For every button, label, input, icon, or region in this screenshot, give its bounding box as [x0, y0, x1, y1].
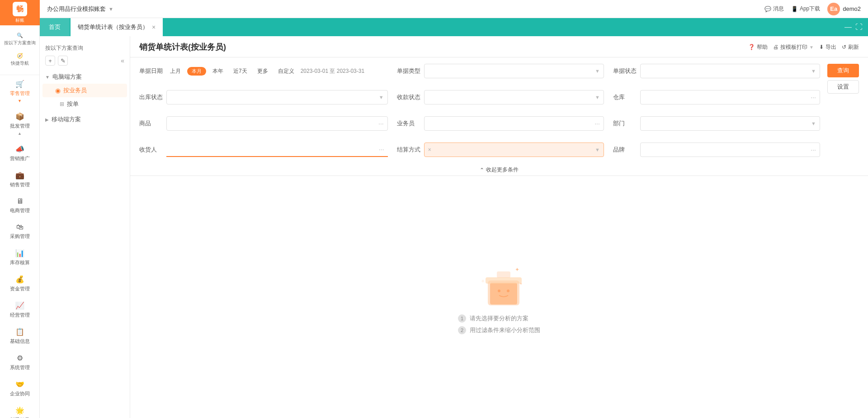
empty-hint-2: 2 用过滤条件来缩小分析范围: [458, 326, 540, 334]
filter-department-item: 部门 ▼: [613, 116, 820, 131]
department-input[interactable]: ▼: [640, 116, 820, 131]
tab-home[interactable]: 首页: [40, 18, 70, 36]
export-btn[interactable]: ⬇ 导出: [819, 43, 836, 51]
outstatus-input[interactable]: ▼: [166, 90, 388, 104]
svg-rect-2: [486, 277, 522, 284]
warehouse-label: 仓库: [613, 93, 637, 101]
sidebar-item-inventory[interactable]: 📊 库存核算: [0, 244, 39, 271]
date-prev-month-btn[interactable]: 上月: [166, 66, 184, 76]
payment-dropdown-icon: ▼: [595, 95, 600, 100]
date-more-btn[interactable]: 更多: [254, 66, 272, 76]
department-dropdown-icon: ▼: [811, 121, 816, 126]
enterprise-icon: 🤝: [15, 380, 24, 389]
filter-row-1: 单据日期 上月 本月 本年 近7天 更多 自定义 2023-03-01 至 20…: [139, 64, 859, 157]
outstatus-dropdown-icon: ▼: [379, 95, 384, 100]
msg-btn[interactable]: 💬 消息: [764, 5, 784, 13]
topbar-title[interactable]: 办公用品行业模拟账套 ▼: [47, 5, 759, 13]
search-menu-btn[interactable]: 🔍 按以下方案查询: [4, 30, 36, 48]
sidebar-item-purchase[interactable]: 🛍 采购管理: [0, 218, 39, 244]
sidebar-item-enterprise[interactable]: 🤝 企业协同: [0, 375, 39, 402]
topbar-dropdown-icon: ▼: [108, 6, 113, 12]
filter-payment-item: 收款状态 ▼: [397, 90, 604, 104]
date-this-month-btn[interactable]: 本月: [187, 67, 206, 76]
username-label: demo2: [843, 5, 861, 12]
settlement-input[interactable]: × ▼: [424, 142, 604, 157]
mobile-scheme-parent[interactable]: ▶ 移动端方案: [40, 114, 130, 125]
edit-scheme-btn[interactable]: ✎: [58, 56, 68, 66]
tab-current[interactable]: 销货单统计表（按业务员） ×: [71, 18, 163, 36]
query-btn[interactable]: 查询: [827, 64, 859, 77]
receiver-input[interactable]: ···: [166, 142, 388, 157]
topbar-right: 💬 消息 📱 App下载 Ea demo2: [764, 3, 861, 15]
retail-icon: 🛒: [15, 80, 24, 88]
date-this-year-btn[interactable]: 本年: [209, 66, 227, 76]
app-download-btn[interactable]: 📱 App下载: [791, 5, 820, 13]
date-custom-btn[interactable]: 自定义: [274, 66, 298, 76]
tab-maximize-btn[interactable]: ⛶: [855, 23, 863, 31]
sidebar-item-basic[interactable]: 📋 基础信息: [0, 323, 39, 349]
msg-icon: 💬: [764, 6, 771, 12]
hint-2-num: 2: [458, 326, 466, 334]
warehouse-input[interactable]: ···: [640, 90, 820, 104]
sidebar-item-finance[interactable]: 💰 资金管理: [0, 271, 39, 297]
tab-minimize-btn[interactable]: —: [844, 23, 852, 31]
goods-label: 商品: [139, 119, 163, 128]
print-btn[interactable]: 🖨 按模板打印 ▼: [773, 43, 814, 51]
sidebar-search-section: 🔍 按以下方案查询 🧭 快捷导航: [0, 25, 39, 75]
settlement-label: 结算方式: [397, 146, 420, 154]
brand-label: 品牌: [613, 146, 637, 154]
help-btn[interactable]: ❓ 帮助: [748, 43, 768, 51]
brand-input[interactable]: ···: [640, 142, 820, 157]
quick-nav-btn[interactable]: 🧭 快捷导航: [11, 49, 29, 70]
salesperson-input[interactable]: ···: [424, 116, 604, 131]
hint-1-num: 1: [458, 314, 466, 323]
warehouse-dots: ···: [811, 94, 816, 101]
refresh-btn[interactable]: ↺ 刷新: [842, 43, 859, 51]
user-profile[interactable]: Ea demo2: [827, 3, 861, 15]
collapse-more-label: 收起更多条件: [486, 166, 519, 174]
sidebar-item-system[interactable]: ⚙ 系统管理: [0, 349, 39, 375]
by-salesperson-item[interactable]: ◉ 按业务员: [42, 84, 127, 97]
settlement-clear-btn[interactable]: ×: [428, 147, 431, 153]
newbie-icon: 🌟: [15, 406, 24, 415]
empty-state: ✦ ✧ ✦ 1 请先选择要分析的方案 2: [130, 176, 868, 418]
sidebar-item-ecommerce[interactable]: 🖥 电商管理: [0, 193, 39, 218]
collapse-panel-btn[interactable]: «: [121, 57, 124, 64]
filter-and-actions-wrapper: 单据日期 上月 本月 本年 近7天 更多 自定义 2023-03-01 至 20…: [130, 57, 868, 176]
empty-illustration: ✦ ✧ ✦: [476, 260, 522, 305]
goods-dots: ···: [378, 120, 384, 127]
empty-hint-1: 1 请先选择要分析的方案: [458, 314, 540, 323]
sidebar-item-newbie[interactable]: 🌟 新手引导: [0, 402, 39, 418]
filter-row-2: 出库状态 ▼ 收款状态 ▼: [139, 90, 820, 104]
salesperson-label: 业务员: [397, 119, 420, 128]
goods-input[interactable]: ···: [166, 116, 388, 131]
tab-close-btn[interactable]: ×: [152, 24, 156, 30]
system-icon: ⚙: [17, 354, 23, 362]
help-icon: ❓: [748, 44, 755, 50]
sidebar: 畅 标账 🔍 按以下方案查询 🧭 快捷导航 🛒 零售管理 ▼ 📦 批发管理 ▲ …: [0, 0, 40, 418]
filter-outstatus-item: 出库状态 ▼: [139, 90, 388, 104]
refresh-icon: ↺: [842, 44, 846, 50]
basic-icon: 📋: [15, 328, 24, 336]
date-7days-btn[interactable]: 近7天: [230, 66, 251, 76]
sidebar-item-marketing[interactable]: 📣 营销推广: [0, 140, 39, 166]
docstatus-label: 单据状态: [613, 67, 637, 75]
payment-input[interactable]: ▼: [424, 90, 604, 104]
topbar-title-text: 办公用品行业模拟账套: [47, 5, 106, 13]
docstatus-input[interactable]: ▼: [640, 64, 820, 78]
by-order-item[interactable]: ⊞ 按单: [40, 97, 130, 111]
sidebar-item-wholesale[interactable]: 📦 批发管理 ▲: [0, 108, 39, 140]
sidebar-item-sales[interactable]: 💼 销售管理: [0, 166, 39, 193]
collapse-icon: «: [121, 57, 124, 64]
salesperson-dots: ···: [594, 120, 600, 127]
settlement-dropdown-icon: ▼: [595, 147, 600, 152]
collapse-more-btn[interactable]: ⌃ 收起更多条件: [480, 166, 519, 174]
settings-btn[interactable]: 设置: [827, 80, 859, 94]
sidebar-item-retail[interactable]: 🛒 零售管理 ▼: [0, 75, 39, 108]
sidebar-item-operations[interactable]: 📈 经营管理: [0, 297, 39, 323]
date-label: 单据日期: [139, 67, 163, 75]
pc-scheme-parent[interactable]: ▼ 电脑端方案: [40, 70, 130, 84]
doctype-input[interactable]: ▼: [424, 64, 604, 78]
sidebar-logo[interactable]: 畅 标账: [0, 0, 40, 25]
add-scheme-btn[interactable]: +: [45, 56, 55, 66]
